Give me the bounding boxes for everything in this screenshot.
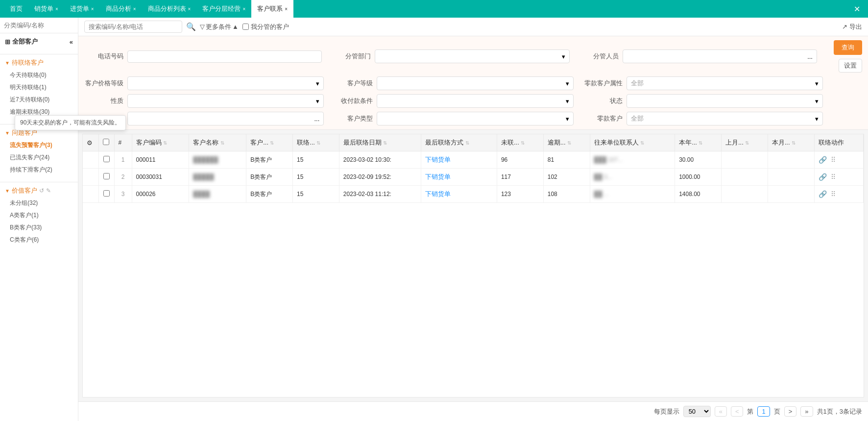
action-link-icon-2[interactable]: 🔗 bbox=[819, 190, 827, 198]
sidebar-item-class-a[interactable]: A类客户(1) bbox=[0, 209, 78, 222]
sidebar-item-tomorrow-pending[interactable]: 明天待联络(1) bbox=[0, 81, 78, 94]
action-link-icon-0[interactable]: 🔗 bbox=[819, 156, 827, 164]
cell-type-0: B类客户 bbox=[246, 151, 293, 169]
close-tab-purchase[interactable]: × bbox=[91, 6, 94, 12]
sort-icon-this-month[interactable]: ⇅ bbox=[792, 140, 796, 146]
sort-icon-name[interactable]: ⇅ bbox=[220, 140, 224, 146]
export-button[interactable]: ↗ 导出 bbox=[842, 23, 862, 31]
gear-icon[interactable]: ⚙ bbox=[87, 139, 93, 147]
first-page-button[interactable]: « bbox=[715, 406, 727, 417]
close-tab-analysis[interactable]: × bbox=[133, 6, 136, 12]
query-button[interactable]: 查询 bbox=[834, 40, 862, 55]
nav-tab-analysis-list[interactable]: 商品分析列表 × bbox=[142, 0, 197, 18]
filter-dept-select[interactable]: ▾ bbox=[375, 50, 569, 63]
close-all-tabs[interactable]: ✕ bbox=[850, 4, 864, 14]
cell-checkbox-1[interactable] bbox=[98, 169, 114, 186]
sidebar-all-customers[interactable]: ⊞ 全部客户 « bbox=[0, 33, 78, 50]
cell-action-1[interactable]: 🔗 ⠿ bbox=[814, 169, 863, 186]
filter-manager-select[interactable]: ... bbox=[623, 50, 817, 63]
sidebar-search-input[interactable] bbox=[4, 22, 78, 29]
col-contact[interactable]: 联络... ⇅ bbox=[293, 134, 339, 151]
cell-checkbox-0[interactable] bbox=[98, 151, 114, 169]
cell-way-2[interactable]: 下销货单 bbox=[421, 186, 497, 203]
col-this-year[interactable]: 本年... ⇅ bbox=[675, 134, 722, 151]
my-customers-check[interactable] bbox=[242, 24, 249, 30]
filter-customer-type-select[interactable]: ▾ bbox=[377, 112, 573, 125]
sidebar-item-class-c[interactable]: C类客户(6) bbox=[0, 234, 78, 246]
sidebar-item-today-pending[interactable]: 今天待联络(0) bbox=[0, 69, 78, 81]
filter-payment-select[interactable]: ▾ bbox=[377, 94, 573, 108]
action-more-icon-2[interactable]: ⠿ bbox=[831, 190, 836, 198]
filter-phone-input[interactable] bbox=[127, 50, 322, 63]
sort-icon-uncontacted[interactable]: ⇅ bbox=[521, 140, 525, 146]
settings-button[interactable]: 设置 bbox=[839, 59, 862, 73]
col-code[interactable]: 客户编码 ⇅ bbox=[132, 134, 189, 151]
filter-price-level-select[interactable]: ▾ bbox=[127, 76, 324, 90]
close-tab-customer-layer[interactable]: × bbox=[242, 6, 245, 12]
nav-tab-sales[interactable]: 销货单 × bbox=[28, 0, 64, 18]
filter-customer-level-select[interactable]: ▾ bbox=[377, 76, 573, 90]
nav-tab-purchase[interactable]: 进货单 × bbox=[64, 0, 100, 18]
sidebar-group-value-title[interactable]: ▼ 价值客户 ↺ ✎ bbox=[0, 184, 78, 197]
cell-way-0[interactable]: 下销货单 bbox=[421, 151, 497, 169]
col-last-contact-way[interactable]: 最后联络方式 ⇅ bbox=[421, 134, 497, 151]
sidebar-item-churned[interactable]: 已流失客户(24) bbox=[0, 151, 78, 164]
refresh-icon[interactable]: ↺ bbox=[39, 187, 44, 194]
close-tab-analysis-list[interactable]: × bbox=[188, 6, 191, 12]
sort-icon-last-month[interactable]: ⇅ bbox=[745, 140, 749, 146]
close-tab-sales[interactable]: × bbox=[55, 6, 58, 12]
cell-action-0[interactable]: 🔗 ⠿ bbox=[814, 151, 863, 169]
action-link-icon-1[interactable]: 🔗 bbox=[819, 173, 827, 181]
col-overdue[interactable]: 逾期... ⇅ bbox=[543, 134, 590, 151]
nav-home[interactable]: 首页 bbox=[4, 0, 28, 18]
sidebar-group-pending-title[interactable]: ▼ 待联络客户 bbox=[0, 56, 78, 69]
select-all-checkbox[interactable] bbox=[103, 139, 109, 145]
col-this-month[interactable]: 本月... ⇅ bbox=[768, 134, 814, 151]
filter-region-select[interactable]: ... bbox=[127, 112, 324, 125]
nav-tab-analysis[interactable]: 商品分析 × bbox=[100, 0, 142, 18]
last-page-button[interactable]: » bbox=[800, 406, 813, 417]
col-type[interactable]: 客户... ⇅ bbox=[246, 134, 293, 151]
sidebar-item-declining[interactable]: 持续下滑客户(2) bbox=[0, 164, 78, 176]
per-page-select[interactable]: 50 20 100 bbox=[683, 406, 711, 417]
sort-icon-way[interactable]: ⇅ bbox=[465, 140, 469, 146]
action-more-icon-1[interactable]: ⠿ bbox=[831, 173, 836, 181]
collapse-sidebar-icon[interactable]: « bbox=[70, 38, 73, 46]
nav-tab-customer-contact[interactable]: 客户联系 × bbox=[251, 0, 293, 18]
cell-checkbox-2[interactable] bbox=[98, 186, 114, 203]
nav-tab-customer-layer[interactable]: 客户分层经营 × bbox=[196, 0, 251, 18]
action-more-icon-0[interactable]: ⠿ bbox=[831, 156, 836, 164]
sort-icon-year[interactable]: ⇅ bbox=[699, 140, 702, 146]
col-last-month[interactable]: 上月... ⇅ bbox=[721, 134, 768, 151]
col-last-contact-date[interactable]: 最后联络日期 ⇅ bbox=[339, 134, 421, 151]
sidebar-item-7days-pending[interactable]: 近7天待联络(0) bbox=[0, 94, 78, 106]
cell-way-1[interactable]: 下销货单 bbox=[421, 169, 497, 186]
sort-icon-overdue[interactable]: ⇅ bbox=[567, 140, 571, 146]
filter-search-button[interactable]: 🔍 bbox=[186, 22, 196, 31]
filter-status-select[interactable]: ▾ bbox=[627, 94, 823, 108]
col-uncontacted[interactable]: 未联... ⇅ bbox=[497, 134, 543, 151]
sort-icon-code[interactable]: ⇅ bbox=[163, 140, 167, 146]
cell-action-2[interactable]: 🔗 ⠿ bbox=[814, 186, 863, 203]
col-gear[interactable]: ⚙ bbox=[83, 134, 98, 151]
filter-nature-select[interactable]: ▾ bbox=[127, 94, 324, 108]
close-tab-customer-contact[interactable]: × bbox=[285, 6, 288, 12]
prev-page-button[interactable]: < bbox=[731, 406, 744, 417]
sort-icon-unit[interactable]: ⇅ bbox=[640, 140, 644, 146]
sort-icon-contact[interactable]: ⇅ bbox=[316, 140, 320, 146]
sidebar-item-class-b[interactable]: B类客户(33) bbox=[0, 222, 78, 234]
filter-zero-customer-select[interactable]: 全部 ▾ bbox=[627, 112, 823, 125]
filter-search-input[interactable] bbox=[84, 21, 182, 33]
next-page-button[interactable]: > bbox=[784, 406, 797, 417]
col-unit-contact[interactable]: 往来单位联系人 ⇅ bbox=[590, 134, 675, 151]
sidebar-item-churn-warning[interactable]: 流失预警客户(3) bbox=[0, 139, 78, 151]
more-conditions-toggle[interactable]: ▽ 更多条件 ▲ bbox=[200, 23, 239, 31]
sort-icon-type[interactable]: ⇅ bbox=[270, 140, 274, 146]
sidebar-item-unclassified[interactable]: 未分组(32) bbox=[0, 197, 78, 209]
filter-manager-label: 分管人员 bbox=[579, 52, 619, 61]
col-name[interactable]: 客户名称 ⇅ bbox=[189, 134, 246, 151]
edit-icon[interactable]: ✎ bbox=[46, 187, 51, 194]
sort-icon-date[interactable]: ⇅ bbox=[383, 140, 387, 146]
my-customers-checkbox[interactable]: 我分管的客户 bbox=[242, 23, 289, 31]
filter-zero-attr-select[interactable]: 全部 ▾ bbox=[627, 76, 823, 90]
